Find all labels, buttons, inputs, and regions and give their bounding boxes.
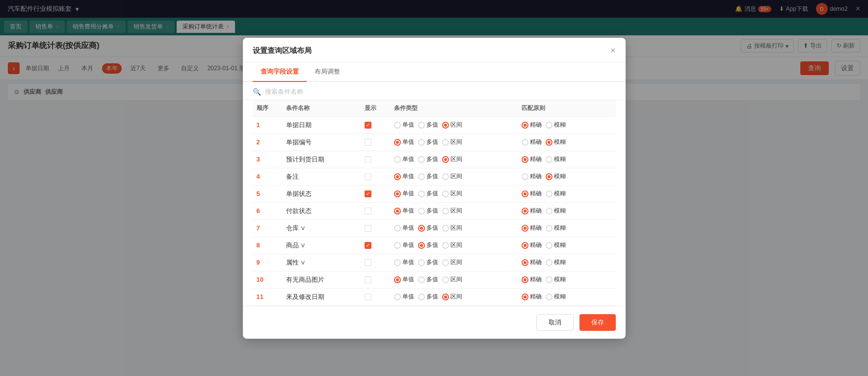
radio-dot-range-1: [442, 139, 449, 146]
radio-match-exact-9[interactable]: 精确: [522, 275, 542, 276]
conditions-table: 顺序 条件名称 显示 条件类型 匹配原则 1单据日期✓单值多值区间精确模糊2单据…: [243, 100, 626, 277]
radio-match-exact-6[interactable]: 精确: [522, 224, 542, 232]
radio-type-single-6[interactable]: 单值: [394, 224, 414, 232]
radio-type-multi-8[interactable]: 多值: [418, 258, 438, 267]
radio-type-range-5[interactable]: 区间: [442, 207, 462, 215]
radio-label-range-2: 区间: [450, 155, 462, 163]
table-row: 2单据编号单值多值区间精确模糊: [253, 134, 616, 151]
cell-display-5[interactable]: [361, 208, 390, 215]
checkbox-display-9[interactable]: [365, 276, 371, 277]
radio-match-exact-1[interactable]: 精确: [522, 138, 542, 146]
radio-group-type-3: 单值多值区间: [394, 172, 462, 181]
radio-match-fuzzy-9[interactable]: 模糊: [546, 275, 566, 276]
cell-display-8[interactable]: [361, 259, 390, 266]
radio-type-range-7[interactable]: 区间: [442, 241, 462, 249]
radio-type-range-3[interactable]: 区间: [442, 172, 462, 181]
radio-match-label-exact-3: 精确: [530, 172, 542, 181]
radio-type-single-1[interactable]: 单值: [394, 138, 414, 146]
radio-type-range-1[interactable]: 区间: [442, 138, 462, 146]
radio-group-type-7: 单值多值区间: [394, 241, 462, 249]
radio-dot-single-6: [394, 225, 401, 232]
radio-dot-range-5: [442, 208, 449, 215]
radio-type-single-7[interactable]: 单值: [394, 241, 414, 249]
radio-match-dot-exact-5: [522, 208, 528, 215]
checkbox-display-0[interactable]: ✓: [365, 122, 371, 129]
tab-query-fields[interactable]: 查询字段设置: [253, 62, 307, 82]
th-match-rule: 匹配原则: [518, 104, 616, 112]
radio-type-range-0[interactable]: 区间: [442, 121, 462, 129]
radio-type-single-2[interactable]: 单值: [394, 155, 414, 163]
radio-match-exact-0[interactable]: 精确: [522, 121, 542, 129]
cell-display-1[interactable]: [361, 139, 390, 146]
checkbox-display-2[interactable]: [365, 156, 371, 163]
checkbox-display-8[interactable]: [365, 259, 371, 266]
radio-type-single-4[interactable]: 单值: [394, 189, 414, 198]
radio-type-multi-1[interactable]: 多值: [418, 138, 438, 146]
radio-type-multi-3[interactable]: 多值: [418, 172, 438, 181]
radio-group-match-8: 精确模糊: [522, 258, 566, 267]
cell-display-9[interactable]: [361, 276, 390, 277]
radio-match-exact-8[interactable]: 精确: [522, 258, 542, 267]
checkbox-display-1[interactable]: [365, 139, 371, 146]
radio-match-dot-exact-6: [522, 225, 528, 232]
cell-display-4[interactable]: ✓: [361, 190, 390, 197]
radio-match-label-exact-2: 精确: [530, 155, 542, 163]
cell-display-0[interactable]: ✓: [361, 122, 390, 129]
radio-match-exact-3[interactable]: 精确: [522, 172, 542, 181]
radio-match-exact-2[interactable]: 精确: [522, 155, 542, 163]
dialog-close-button[interactable]: ×: [610, 46, 616, 56]
radio-match-fuzzy-0[interactable]: 模糊: [546, 121, 566, 129]
radio-type-range-9[interactable]: 区间: [442, 275, 462, 276]
radio-type-range-4[interactable]: 区间: [442, 189, 462, 198]
radio-match-fuzzy-7[interactable]: 模糊: [546, 241, 566, 249]
table-row: 10有无商品图片单值多值区间精确模糊: [253, 271, 616, 277]
radio-dot-single-1: [394, 139, 401, 146]
radio-label-single-0: 单值: [402, 121, 414, 129]
cell-order-3: 4: [253, 173, 282, 180]
search-input[interactable]: [265, 88, 363, 95]
radio-type-multi-5[interactable]: 多值: [418, 207, 438, 215]
radio-type-multi-9[interactable]: 多值: [418, 275, 438, 276]
radio-type-multi-7[interactable]: 多值: [418, 241, 438, 249]
checkbox-display-3[interactable]: [365, 173, 371, 180]
cell-display-2[interactable]: [361, 156, 390, 163]
radio-type-multi-6[interactable]: 多值: [418, 224, 438, 232]
radio-dot-multi-5: [418, 208, 425, 215]
radio-match-dot-exact-3: [522, 173, 528, 180]
cell-display-7[interactable]: ✓: [361, 242, 390, 249]
radio-dot-range-6: [442, 225, 449, 232]
radio-match-fuzzy-5[interactable]: 模糊: [546, 207, 566, 215]
radio-dot-multi-9: [418, 276, 425, 277]
radio-type-single-5[interactable]: 单值: [394, 207, 414, 215]
radio-match-exact-5[interactable]: 精确: [522, 207, 542, 215]
cell-display-6[interactable]: [361, 225, 390, 232]
radio-type-single-9[interactable]: 单值: [394, 275, 414, 276]
radio-type-range-2[interactable]: 区间: [442, 155, 462, 163]
radio-match-fuzzy-1[interactable]: 模糊: [546, 138, 566, 146]
checkbox-display-7[interactable]: ✓: [365, 242, 371, 249]
checkbox-display-4[interactable]: ✓: [365, 190, 371, 197]
radio-match-fuzzy-4[interactable]: 模糊: [546, 189, 566, 198]
radio-type-single-8[interactable]: 单值: [394, 258, 414, 267]
table-row: 1单据日期✓单值多值区间精确模糊: [253, 117, 616, 134]
radio-type-single-3[interactable]: 单值: [394, 172, 414, 181]
radio-type-multi-4[interactable]: 多值: [418, 189, 438, 198]
radio-match-fuzzy-6[interactable]: 模糊: [546, 224, 566, 232]
radio-type-multi-2[interactable]: 多值: [418, 155, 438, 163]
radio-match-exact-4[interactable]: 精确: [522, 189, 542, 198]
radio-type-range-6[interactable]: 区间: [442, 224, 462, 232]
radio-type-multi-0[interactable]: 多值: [418, 121, 438, 129]
cell-display-3[interactable]: [361, 173, 390, 180]
checkbox-display-5[interactable]: [365, 208, 371, 215]
radio-match-fuzzy-3[interactable]: 模糊: [546, 172, 566, 181]
radio-match-exact-7[interactable]: 精确: [522, 241, 542, 249]
radio-type-single-0[interactable]: 单值: [394, 121, 414, 129]
radio-label-multi-5: 多值: [426, 207, 438, 215]
tab-layout-adjust[interactable]: 布局调整: [307, 62, 348, 82]
checkbox-display-6[interactable]: [365, 225, 371, 232]
radio-label-single-4: 单值: [402, 189, 414, 198]
radio-match-fuzzy-2[interactable]: 模糊: [546, 155, 566, 163]
modal-overlay: 设置查询区域布局 × 查询字段设置 布局调整 🔍 顺序 条件名称 显示 条件类型: [0, 0, 868, 276]
radio-type-range-8[interactable]: 区间: [442, 258, 462, 267]
radio-match-fuzzy-8[interactable]: 模糊: [546, 258, 566, 267]
